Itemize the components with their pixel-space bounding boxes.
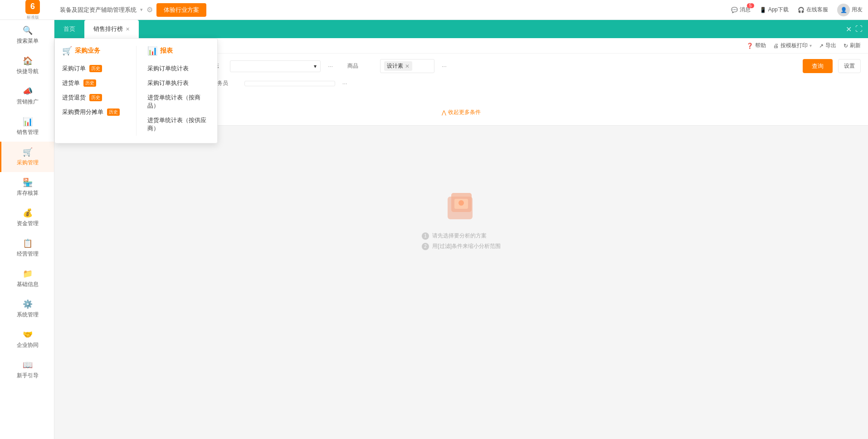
money-icon: 💰 (23, 208, 33, 218)
dropdown-item-purchase-fee[interactable]: 采购费用分摊单 历史 (62, 105, 125, 119)
goods-label: 商品 (347, 62, 375, 70)
system-icon: ⚙️ (23, 299, 33, 309)
dropdown-item-label: 采购订单统计表 (147, 64, 189, 73)
app-title-bar: 装备及固定资产辅助管理系统 ▾ ⚙ 体验行业方案 (60, 3, 731, 17)
collapse-up-arrow: ⋀ (442, 109, 446, 116)
dropdown-col-report: 📊 报表 采购订单统计表 采购订单执行表 进货单统计表（按商品） 进货单统计表（… (147, 46, 210, 136)
dropdown-item-report-1[interactable]: 采购订单统计表 (147, 61, 210, 76)
dropdown-item-label: 进货单 (62, 79, 80, 87)
logo-icon: 6 (25, 0, 40, 14)
sidebar-label-system: 系统管理 (17, 311, 39, 319)
handshake-icon: 🤝 (23, 330, 33, 340)
search-icon: 🔍 (23, 25, 33, 35)
sidebar-label-inventory: 库存核算 (17, 189, 39, 197)
dropdown-col2-title: 📊 报表 (147, 46, 210, 56)
sidebar-item-marketing[interactable]: 📣 营销推广 (0, 81, 54, 111)
goods-dots[interactable]: ··· (442, 63, 447, 69)
sidebar-label-basic-info: 基础信息 (17, 281, 39, 288)
settings-btn[interactable]: 设置 (838, 59, 861, 73)
sidebar-label-search: 搜索菜单 (17, 37, 39, 45)
order-status-select[interactable]: ▾ (230, 60, 321, 72)
title-dropdown-arrow[interactable]: ▾ (140, 7, 143, 13)
sidebar-label-enterprise: 企业协同 (17, 341, 39, 349)
dropdown-item-goods-return[interactable]: 进货退货 历史 (62, 90, 125, 105)
sidebar-item-guide[interactable]: 📖 新手引导 (0, 355, 54, 385)
tab-close-window-btn[interactable]: ✕ (846, 25, 852, 34)
dropdown-item-report-3[interactable]: 进货单统计表（按商品） (147, 90, 210, 113)
messages-btn[interactable]: 💬 消息 5 (731, 6, 751, 14)
help-btn[interactable]: ❓ 帮助 (746, 42, 766, 49)
app-download-btn[interactable]: 📱 App下载 (760, 6, 789, 14)
query-btn[interactable]: 查询 (803, 59, 833, 73)
order-status-chevron: ▾ (314, 63, 317, 69)
sidebar-item-search[interactable]: 🔍 搜索菜单 (0, 20, 54, 50)
sidebar-item-sales[interactable]: 📊 销售管理 (0, 111, 54, 142)
store-icon: 🏪 (23, 178, 33, 187)
messages-badge: 5 (747, 3, 754, 8)
refresh-btn[interactable]: ↻ 刷新 (844, 42, 861, 49)
hist-badge-1: 历史 (89, 65, 102, 72)
dropdown-item-report-4[interactable]: 进货单统计表（按供应商） (147, 113, 210, 136)
title-settings-icon[interactable]: ⚙ (146, 5, 153, 14)
refresh-icon: ↻ (844, 43, 848, 49)
salesperson-select[interactable] (244, 81, 335, 86)
report-icon: 📋 (23, 238, 33, 248)
sidebar-label-guide: 新手引导 (17, 372, 39, 380)
sidebar-item-system[interactable]: ⚙️ 系统管理 (0, 294, 54, 324)
tab-sales-rank[interactable]: 销售排行榜 ✕ (84, 20, 139, 38)
sidebar-item-enterprise[interactable]: 🤝 企业协同 (0, 324, 54, 355)
megaphone-icon: 📣 (23, 86, 33, 96)
phone-icon: 📱 (760, 7, 766, 13)
tab-expand-btn[interactable]: ⛶ (855, 25, 863, 33)
home-icon: 🏠 (23, 56, 33, 66)
dropdown-item-label: 进货单统计表（按供应商） (147, 116, 210, 133)
tab-home-label: 首页 (63, 25, 75, 33)
help-icon: ❓ (746, 43, 753, 49)
sidebar-item-purchase[interactable]: 🛒 采购管理 (0, 142, 54, 172)
online-service-btn[interactable]: 🎧 在线客服 (798, 6, 828, 14)
print-dropdown-icon: ▾ (809, 43, 812, 48)
svg-point-3 (458, 200, 464, 206)
dropdown-divider (136, 46, 137, 136)
empty-hint-1: 1 请先选择要分析的方案 (422, 232, 501, 240)
dropdown-item-label: 进货单统计表（按商品） (147, 94, 210, 110)
dropdown-item-goods-receipt[interactable]: 进货单 历史 (62, 76, 125, 90)
print-btn[interactable]: 🖨 按模板打印 ▾ (773, 42, 812, 49)
dropdown-item-report-2[interactable]: 采购订单执行表 (147, 76, 210, 90)
tab-home[interactable]: 首页 (54, 20, 84, 38)
chart-icon: 📊 (23, 117, 33, 127)
tab-sales-rank-label: 销售排行榜 (93, 25, 123, 33)
sidebar-label-operations: 经营管理 (17, 250, 39, 258)
app-title: 装备及固定资产辅助管理系统 (60, 6, 137, 14)
tab-close-icon[interactable]: ✕ (126, 26, 130, 32)
sidebar-item-basic-info[interactable]: 📁 基础信息 (0, 263, 54, 294)
goods-tag: 设计素 ✕ (384, 61, 412, 71)
print-icon: 🖨 (773, 43, 779, 49)
order-status-dots[interactable]: ··· (328, 63, 333, 69)
salesperson-dots[interactable]: ··· (342, 80, 347, 87)
dropdown-item-label: 采购费用分摊单 (62, 108, 103, 116)
industry-btn[interactable]: 体验行业方案 (156, 3, 206, 17)
hist-badge-2: 历史 (83, 79, 96, 87)
sidebar-label-sales: 销售管理 (17, 128, 39, 136)
sidebar-item-finance[interactable]: 💰 资金管理 (0, 202, 54, 233)
sidebar-item-nav[interactable]: 🏠 快捷导航 (0, 50, 54, 81)
dropdown-item-label: 采购订单 (62, 64, 86, 73)
collapse-label: 收起更多条件 (448, 109, 481, 116)
tab-bar-right: ✕ ⛶ (846, 25, 868, 34)
top-bar-right: 💬 消息 5 📱 App下载 🎧 在线客服 👤 用友 (731, 4, 863, 16)
sidebar-item-inventory[interactable]: 🏪 库存核算 (0, 172, 54, 202)
export-btn[interactable]: ↗ 导出 (819, 42, 836, 49)
dropdown-item-purchase-order[interactable]: 采购订单 历史 (62, 61, 125, 76)
dropdown-item-label: 进货退货 (62, 94, 86, 102)
dropdown-col1-title: 🛒 采购业务 (62, 46, 125, 56)
tab-bar: 首页 销售排行榜 ✕ ✕ ⛶ (54, 20, 868, 38)
export-icon: ↗ (819, 43, 824, 49)
purchase-dropdown-menu: 🛒 采购业务 采购订单 历史 进货单 历史 进货退货 历史 采购费用分摊单 历史… (54, 38, 218, 143)
dropdown-col2-icon: 📊 (147, 46, 157, 56)
sidebar-item-operations[interactable]: 📋 经营管理 (0, 233, 54, 263)
goods-tag-close[interactable]: ✕ (405, 63, 410, 69)
dropdown-item-label: 采购订单执行表 (147, 79, 189, 87)
user-btn[interactable]: 👤 用友 (837, 4, 863, 16)
folder-icon: 📁 (23, 269, 33, 279)
